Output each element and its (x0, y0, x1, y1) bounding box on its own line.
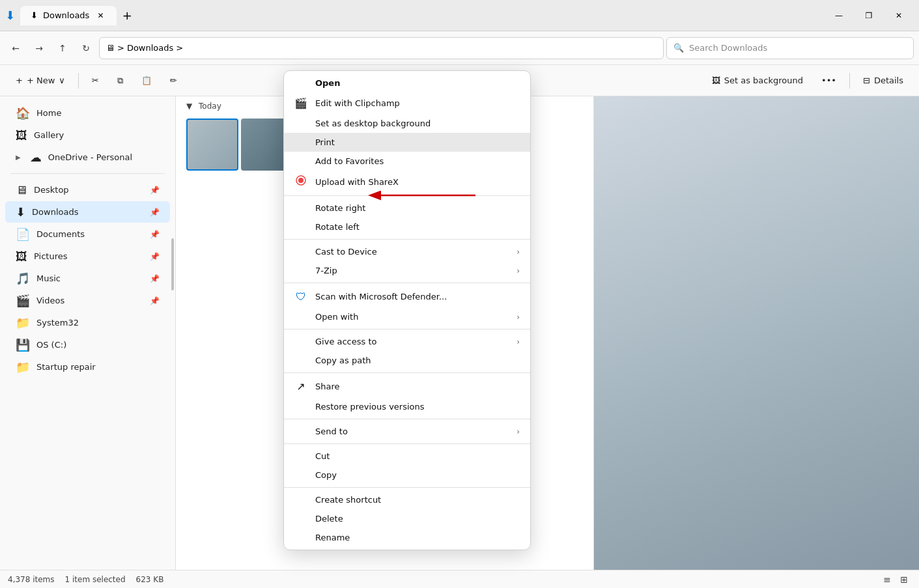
system32-icon: 📁 (16, 316, 30, 329)
music-icon: 🎵 (16, 272, 30, 285)
ctx-cut[interactable]: Cut (284, 447, 530, 466)
status-selected: 1 item selected (65, 575, 126, 584)
pin-pics-icon: 📌 (150, 252, 160, 261)
rename-button[interactable]: ✏ (162, 72, 185, 89)
ctx-cast[interactable]: Cast to Device › (284, 242, 530, 261)
navigation-toolbar: ← → ↑ ↻ 🖥 > Downloads > 🔍 Search Downloa… (0, 31, 919, 65)
breadcrumb-bar[interactable]: 🖥 > Downloads > (99, 37, 664, 59)
videos-icon: 🎬 (16, 294, 30, 307)
sidebar-item-osc[interactable]: 💾 OS (C:) (5, 334, 170, 356)
pin-music-icon: 📌 (150, 274, 160, 283)
ctx-set-desktop-bg[interactable]: Set as desktop background (284, 114, 530, 133)
more-options-button[interactable]: ••• (813, 72, 844, 89)
ctx-create-shortcut[interactable]: Create shortcut (284, 490, 530, 509)
status-right: ≡ ⊞ (880, 572, 911, 587)
ctx-giveaccess-label: Give access to (315, 337, 509, 346)
sidebar-item-videos[interactable]: 🎬 Videos 📌 (5, 290, 170, 311)
file-thumbnail-selected[interactable] (186, 119, 238, 171)
ctx-7zip[interactable]: 7-Zip › (284, 261, 530, 280)
back-button[interactable]: ← (5, 38, 26, 59)
sidebar-item-desktop-label: Desktop (34, 185, 69, 195)
ctx-restore-versions[interactable]: Restore previous versions (284, 397, 530, 416)
ctx-open-label: Open (315, 78, 520, 88)
ctx-upload-sharex[interactable]: Upload with ShareX (284, 171, 530, 193)
ctx-rotate-left-label: Rotate left (315, 222, 520, 232)
ctx-defender[interactable]: 🛡 Scan with Microsoft Defender... (284, 286, 530, 307)
ctx-share[interactable]: ↗ Share (284, 376, 530, 397)
set-background-button[interactable]: 🖼 Set as background (704, 72, 811, 89)
tab-icon: ⬇ (31, 10, 38, 20)
ctx-rotate-right-label: Rotate right (315, 203, 520, 213)
list-view-button[interactable]: ≡ (880, 572, 894, 587)
ctx-defender-icon: 🛡 (294, 290, 307, 303)
sidebar-item-home[interactable]: 🏠 Home (5, 102, 170, 124)
ctx-delete[interactable]: Delete (284, 509, 530, 528)
up-button[interactable]: ↑ (52, 38, 73, 59)
sidebar-divider-1 (10, 173, 165, 174)
ctx-edit-clipchamp[interactable]: 🎬 Edit with Clipchamp (284, 92, 530, 114)
more-icon: ••• (821, 76, 836, 85)
ctx-give-access[interactable]: Give access to › (284, 332, 530, 351)
ctx-copy-path[interactable]: Copy as path (284, 351, 530, 370)
details-label: Details (874, 76, 903, 85)
details-button[interactable]: ⊟ Details (855, 72, 911, 89)
ctx-sharex-label: Upload with ShareX (315, 177, 520, 187)
toolbar-separator-2 (849, 73, 850, 89)
new-icon: + (16, 76, 23, 85)
sidebar-item-system32[interactable]: 📁 System32 (5, 312, 170, 333)
sidebar-item-desktop[interactable]: 🖥 Desktop 📌 (5, 179, 170, 201)
onedrive-expand-icon: ▶ (16, 154, 21, 161)
ctx-sendto-label: Send to (315, 427, 509, 436)
ctx-print-label: Print (315, 137, 520, 147)
pin-icon: 📌 (150, 186, 160, 195)
ctx-rotate-left[interactable]: Rotate left (284, 217, 530, 236)
breadcrumb-path[interactable]: Downloads (127, 43, 173, 53)
ctx-open-with[interactable]: Open with › (284, 307, 530, 326)
sidebar-item-gallery-label: Gallery (34, 130, 64, 140)
ctx-send-to[interactable]: Send to › (284, 422, 530, 441)
copy-button[interactable]: ⧉ (109, 72, 131, 90)
maximize-button[interactable]: ❐ (854, 5, 884, 26)
sidebar-item-osc-label: OS (C:) (36, 340, 66, 350)
ctx-print[interactable]: Print (284, 133, 530, 152)
ctx-rotate-right[interactable]: Rotate right (284, 199, 530, 217)
ctx-add-favorites[interactable]: Add to Favorites (284, 152, 530, 171)
sidebar-item-music[interactable]: 🎵 Music 📌 (5, 268, 170, 289)
ctx-copy[interactable]: Copy (284, 466, 530, 484)
copy-icon: ⧉ (117, 76, 123, 86)
forward-button[interactable]: → (29, 38, 49, 59)
ctx-openwith-label: Open with (315, 312, 509, 322)
cut-button[interactable]: ✂ (84, 72, 107, 89)
breadcrumb-chevron2: > (176, 43, 183, 53)
grid-view-button[interactable]: ⊞ (897, 572, 911, 587)
ctx-sendto-arrow: › (516, 427, 520, 436)
close-button[interactable]: ✕ (884, 5, 914, 26)
ctx-rename-label: Rename (315, 533, 520, 542)
sidebar-item-gallery[interactable]: 🖼 Gallery (5, 124, 170, 146)
today-label: Today (199, 102, 221, 111)
status-size: 623 KB (136, 575, 164, 584)
refresh-button[interactable]: ↻ (76, 38, 96, 59)
sidebar-item-downloads[interactable]: ⬇ Downloads 📌 (5, 201, 170, 223)
ctx-rename[interactable]: Rename (284, 528, 530, 547)
sidebar-item-onedrive[interactable]: ▶ ☁ OneDrive - Personal (5, 147, 170, 168)
search-bar[interactable]: 🔍 Search Downloads (666, 37, 914, 59)
ctx-cut-label: Cut (315, 451, 520, 461)
minimize-button[interactable]: — (824, 5, 854, 26)
new-button[interactable]: + + New ∨ (8, 72, 73, 89)
ctx-open[interactable]: Open (284, 74, 530, 92)
action-right: 🖼 Set as background ••• ⊟ Details (704, 72, 911, 89)
sidebar-item-documents[interactable]: 📄 Documents 📌 (5, 223, 170, 245)
sidebar-item-pictures[interactable]: 🖼 Pictures 📌 (5, 245, 170, 267)
context-menu: Open 🎬 Edit with Clipchamp Set as deskto… (283, 70, 531, 550)
new-tab-button[interactable]: + (117, 5, 137, 26)
today-indicator: ▼ (186, 102, 192, 111)
paste-button[interactable]: 📋 (134, 72, 160, 89)
new-chevron: ∨ (59, 76, 65, 85)
pin-docs-icon: 📌 (150, 230, 160, 239)
tab-downloads[interactable]: ⬇ Downloads ✕ (20, 6, 117, 25)
sidebar-item-startup[interactable]: 📁 Startup repair (5, 356, 170, 378)
onedrive-icon: ☁ (30, 150, 42, 164)
tab-label: Downloads (43, 10, 89, 20)
tab-close-button[interactable]: ✕ (94, 10, 106, 21)
